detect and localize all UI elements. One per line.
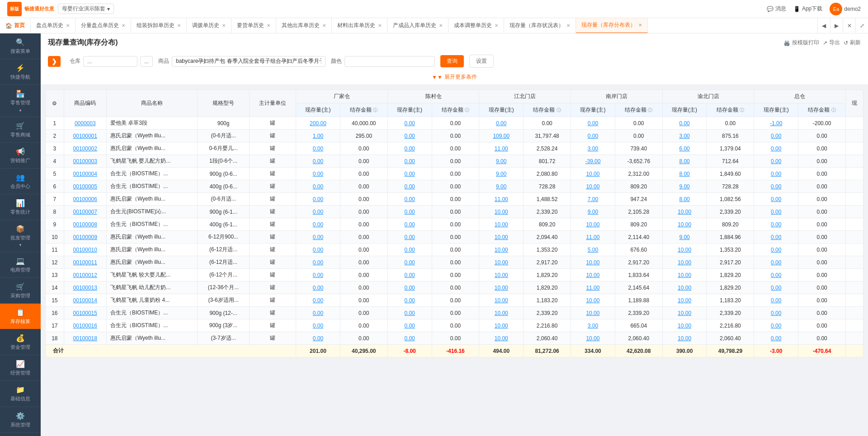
row-jb-qty: 10.00 [479, 294, 524, 307]
row-na-qty: 10.00 [571, 218, 615, 231]
row-c-qty: 0.00 [387, 180, 432, 193]
row-c-qty: 0.00 [387, 168, 432, 180]
industry-select[interactable]: 母婴行业演示陈套 ▾ [58, 4, 114, 14]
tab-product-inbound[interactable]: 产成品入库单历史 ✕ [387, 18, 448, 33]
row-f-qty: 0.00 [296, 256, 340, 269]
tab-requisition[interactable]: 要货单历史 ✕ [231, 18, 276, 33]
sidebar-item-system[interactable]: ⚙️ 系统管理 [0, 407, 41, 433]
product-input[interactable] [172, 56, 326, 67]
tab-inventory-history[interactable]: 盘点单历史 ✕ [31, 18, 75, 33]
row-t-amt: 0.00 [798, 231, 846, 244]
tab-stock-dist-close[interactable]: ✕ [638, 23, 642, 28]
settings-btn[interactable]: 设置 [469, 55, 494, 68]
total-jb-amt: 81,272.06 [524, 345, 571, 357]
tab-other-outbound[interactable]: 其他出库单历史 ✕ [276, 18, 332, 33]
user-action[interactable]: Ea demo2 [830, 3, 861, 15]
tab-transfer-close[interactable]: ✕ [222, 23, 226, 28]
table-row: 11 00100010 惠氏启蒙（Wyeth illu... (6-12月适..… [46, 244, 863, 256]
logo-icon: 标版 [7, 2, 22, 16]
tab-fen-inventory[interactable]: 分量盘点单历史 ✕ [75, 18, 131, 33]
tab-cost-adjust-close[interactable]: ✕ [495, 23, 498, 28]
row-current [846, 307, 863, 319]
warehouse-input[interactable] [83, 56, 137, 67]
tab-inventory-history-close[interactable]: ✕ [66, 23, 70, 28]
print-btn[interactable]: 🖨️ 按模版打印 [783, 39, 819, 47]
row-code: 00100018 [64, 332, 106, 345]
row-name: 飞鹤星飞帆 较大婴儿配... [106, 269, 197, 281]
sidebar-item-inventory[interactable]: 📋 库存核算 [0, 304, 41, 329]
query-btn[interactable]: 查询 [440, 55, 464, 67]
row-f-amt: 0.00 [340, 193, 387, 206]
sidebar-item-operations[interactable]: 📈 经营管理 [0, 355, 41, 381]
total-yb-qty: 390.00 [662, 345, 707, 357]
sidebar-item-finance[interactable]: 💰 资金管理 [0, 329, 41, 355]
sidebar-item-retail-mall[interactable]: 🛒 零售商城 [0, 117, 41, 143]
row-t-qty: 0.00 [754, 130, 798, 142]
row-name: 合生元（BIOSTIME）... [106, 168, 197, 180]
nav-close-all[interactable]: ✕ [843, 18, 855, 33]
th-settings[interactable]: ⚙ [46, 90, 64, 117]
nav-expand[interactable]: ⤢ [855, 18, 868, 33]
tab-transfer[interactable]: 调拨单历史 ✕ [187, 18, 231, 33]
tab-material-outbound[interactable]: 材料出库单历史 ✕ [332, 18, 387, 33]
search-icon: 🔍 [16, 38, 25, 47]
sidebar-item-purchase[interactable]: 🛒 采购管理 [0, 278, 41, 304]
row-yb-qty: 3.00 [662, 130, 707, 142]
tab-other-outbound-close[interactable]: ✕ [322, 23, 326, 28]
sidebar-item-quicknav[interactable]: ⚡ 快捷导航 [0, 59, 41, 85]
row-c-qty: 0.00 [387, 244, 432, 256]
sidebar-item-basic[interactable]: 📁 基础信息 [0, 381, 41, 407]
content: 现存量查询(库存分布) 🖨️ 按模版打印 ↗ 导出 ↺ 刷新 [41, 33, 868, 436]
row-c-amt: 0.00 [432, 319, 479, 332]
nav-prev[interactable]: ◀ [817, 18, 830, 33]
export-btn[interactable]: ↗ 导出 [823, 39, 840, 47]
tab-home[interactable]: 🏠 首页 [0, 18, 31, 33]
tab-product-inbound-close[interactable]: ✕ [439, 23, 443, 28]
sidebar-item-ecommerce[interactable]: 💻 电商管理 [0, 252, 41, 278]
row-yb-amt: 2,216.80 [707, 319, 754, 332]
color-input[interactable] [344, 56, 435, 67]
sidebar-item-wholesale[interactable]: 📦 批发管理 ▼ [0, 220, 41, 252]
tab-material-outbound-close[interactable]: ✕ [378, 23, 382, 28]
tab-assembly[interactable]: 组装拆卸单历史 ✕ [131, 18, 187, 33]
sidebar-item-marketing[interactable]: 📢 营销推广 [0, 143, 41, 169]
tab-assembly-close[interactable]: ✕ [177, 23, 181, 28]
table-row: 2 00100001 惠氏启蒙（Wyeth illu... (0-6月适... … [46, 130, 863, 142]
tab-stock-dist[interactable]: 现存量（库存分布表） ✕ [576, 18, 648, 33]
row-name: 合生元(BIOSTIME)沁... [106, 206, 197, 218]
th-c-amt: 结存金额 ⓘ [432, 103, 479, 117]
nav-arrows: ◀ ▶ ✕ ⤢ [817, 18, 868, 33]
sidebar-item-search[interactable]: 🔍 搜索英单 [0, 33, 41, 59]
row-jb-qty: 9.00 [479, 155, 524, 168]
app-download-action[interactable]: 📱 App下载 [793, 5, 822, 13]
refresh-btn[interactable]: ↺ 刷新 [844, 39, 861, 47]
tab-cost-adjust[interactable]: 成本调整单历史 ✕ [448, 18, 504, 33]
row-no: 4 [46, 155, 64, 168]
tab-stock-status-close[interactable]: ✕ [566, 23, 570, 28]
warehouse-ellipsis-btn[interactable]: ... [140, 56, 153, 67]
tab-fen-inventory-close[interactable]: ✕ [122, 23, 125, 28]
total-current [846, 345, 863, 357]
sidebar-item-retail-mgmt[interactable]: 🏪 零售管理 ▲ [0, 85, 41, 117]
table-body: 1 0000003 爱他美 卓萃3段 900g 罐 200.00 40,000.… [46, 117, 863, 345]
sidebar-item-member[interactable]: 👥 会员中心 [0, 169, 41, 194]
row-t-qty: 0.00 [754, 142, 798, 155]
row-na-qty: 10.00 [571, 256, 615, 269]
row-jb-amt: 1,829.20 [524, 281, 571, 294]
row-unit: 罐 [249, 307, 296, 319]
row-c-qty: 0.00 [387, 142, 432, 155]
tab-stock-status[interactable]: 现存量（库存状况表） ✕ [504, 18, 576, 33]
row-na-amt: 676.60 [615, 244, 662, 256]
row-jb-amt: 2,080.80 [524, 168, 571, 180]
logo-text: 畅捷通好生意 [24, 5, 54, 12]
nav-next[interactable]: ▶ [830, 18, 843, 33]
tab-requisition-close[interactable]: ✕ [267, 23, 270, 28]
expand-conditions-btn[interactable]: ▼▼ 展开更多条件 [432, 73, 477, 81]
sidebar-item-retail-stats[interactable]: 📊 零售统计 [0, 194, 41, 220]
row-jb-qty: 0.00 [479, 117, 524, 130]
message-action[interactable]: 💬 消息 [767, 5, 786, 13]
row-na-qty: 3.00 [571, 319, 615, 332]
collapse-btn[interactable]: ❯ [48, 56, 61, 67]
table-row: 18 00100018 惠氏启蒙（Wyeth illu... (3-7岁适...… [46, 332, 863, 345]
sidebar-item-collab[interactable]: 🤝 企业协同 [0, 433, 41, 436]
